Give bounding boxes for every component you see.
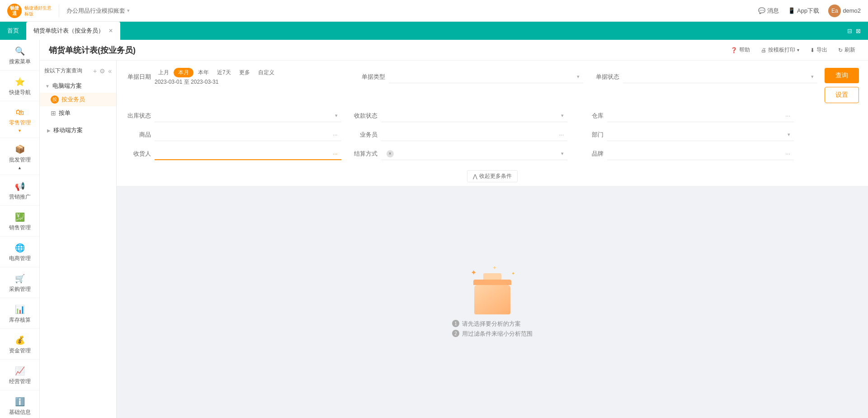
sidebar-operation-label: 经营管理 xyxy=(9,378,31,385)
dept-arrow-icon: ▾ xyxy=(788,132,790,138)
recipient-select[interactable]: ··· xyxy=(155,147,341,160)
collapse-panel-icon[interactable]: « xyxy=(108,67,112,75)
message-button[interactable]: 💬 消息 xyxy=(758,7,779,15)
warehouse-select[interactable]: ··· xyxy=(607,109,794,122)
sidebar-item-shortcut[interactable]: ⭐ 快捷导航 xyxy=(0,71,39,101)
brand-select[interactable]: ··· xyxy=(607,147,794,160)
wholesale-icon: 📦 xyxy=(15,144,25,154)
sidebar-item-basic[interactable]: ℹ️ 基础信息 xyxy=(0,390,39,418)
print-icon: 🖨 xyxy=(761,47,766,53)
export-icon: ⬇ xyxy=(810,47,815,53)
settings-button[interactable]: 设置 xyxy=(825,87,859,103)
date-btn-custom[interactable]: 自定义 xyxy=(255,68,278,77)
sidebar-sales-label: 销售管理 xyxy=(9,224,31,232)
receipt-status-filter: 收款状态 ▾ xyxy=(352,109,568,122)
add-scheme-icon[interactable]: + xyxy=(93,67,97,75)
receipt-status-select[interactable]: ▾ xyxy=(381,109,568,122)
topbar: 畅捷通 畅捷通好生意 标版 办公用品行业模拟账套 ▾ 💬 消息 📱 App下载 … xyxy=(0,0,868,22)
salesperson-scheme-icon: 按 xyxy=(51,95,59,104)
empty-hints: 1 请先选择要分析的方案 2 用过滤条件来缩小分析范围 xyxy=(452,320,533,340)
topbar-right: 💬 消息 📱 App下载 Ea demo2 xyxy=(758,5,861,17)
sidebar-marketing-label: 营销推广 xyxy=(9,193,31,201)
help-icon: ❓ xyxy=(731,47,737,53)
tree-parent-mobile-label: 移动端方案 xyxy=(53,126,83,134)
filter-row-4: 收货人 ··· 结算方式 × ▾ xyxy=(126,147,859,160)
settlement-label: 结算方式 xyxy=(352,150,377,158)
ecommerce-icon: 🌐 xyxy=(15,243,25,253)
user-avatar-area[interactable]: Ea demo2 xyxy=(828,5,861,17)
out-status-select[interactable]: ▾ xyxy=(155,109,341,122)
order-icon: ⊞ xyxy=(51,109,56,117)
hint-num-1: 1 xyxy=(452,320,459,327)
warehouse-filter: 仓库 ··· xyxy=(578,109,794,122)
tree-parent-desktop[interactable]: ▼ 电脑端方案 xyxy=(40,79,116,93)
date-btn-this-year[interactable]: 本年 xyxy=(194,68,212,77)
date-btn-7days[interactable]: 近7天 xyxy=(213,68,235,77)
sidebar: 🔍 搜索菜单 ⭐ 快捷导航 🛍 零售管理 ▼ 📦 批发管理 ▲ 📢 营销推广 💹… xyxy=(0,40,40,418)
box-lid xyxy=(473,280,511,285)
export-button[interactable]: ⬇ 导出 xyxy=(807,44,831,56)
sidebar-item-inventory[interactable]: 📊 库存核算 xyxy=(0,298,39,329)
dept-select[interactable]: ▾ xyxy=(607,128,794,141)
date-btn-this-month[interactable]: 本月 xyxy=(174,68,193,77)
tab-home-label: 首页 xyxy=(7,27,19,35)
sidebar-item-sales[interactable]: 💹 销售管理 xyxy=(0,206,39,237)
goods-select[interactable]: ··· xyxy=(155,128,341,141)
tab-sales-stats[interactable]: 销货单统计表（按业务员） ✕ xyxy=(26,22,120,40)
topbar-title[interactable]: 办公用品行业模拟账套 ▾ xyxy=(66,7,130,15)
empty-state: ✦ ✦ ✦ 1 请先选择要分析的方案 2 用过滤条件来缩小分析范围 xyxy=(117,186,868,418)
sidebar-item-wholesale[interactable]: 📦 批发管理 ▲ xyxy=(0,138,39,175)
maximize-icon[interactable]: ⊠ xyxy=(856,28,861,34)
topbar-dropdown-icon[interactable]: ▾ xyxy=(127,8,130,14)
refresh-icon: ↻ xyxy=(838,47,843,53)
sidebar-item-finance[interactable]: 💰 资金管理 xyxy=(0,329,39,360)
sidebar-finance-label: 资金管理 xyxy=(9,347,31,355)
receipt-status-label: 收款状态 xyxy=(352,112,377,120)
query-button[interactable]: 查询 xyxy=(825,68,859,83)
date-btn-last-month[interactable]: 上月 xyxy=(155,68,173,77)
tab-home[interactable]: 首页 xyxy=(0,22,26,40)
minimize-icon[interactable]: ⊟ xyxy=(847,28,852,34)
page-actions: ❓ 帮助 🖨 按模板打印 ▾ ⬇ 导出 ↻ 刷新 xyxy=(727,44,859,56)
purchase-icon: 🛒 xyxy=(15,274,25,284)
sidebar-item-marketing[interactable]: 📢 营销推广 xyxy=(0,175,39,206)
sidebar-item-purchase[interactable]: 🛒 采购管理 xyxy=(0,267,39,298)
settlement-select[interactable]: × ▾ xyxy=(381,147,568,160)
out-status-filter: 出库状态 ▾ xyxy=(126,109,341,122)
scheme-settings-icon[interactable]: ⚙ xyxy=(99,67,105,75)
sidebar-item-operation[interactable]: 📈 经营管理 xyxy=(0,360,39,390)
sidebar-item-ecommerce[interactable]: 🌐 电商管理 xyxy=(0,237,39,267)
sidebar-item-retail[interactable]: 🛍 零售管理 ▼ xyxy=(0,101,39,138)
salesperson-select[interactable]: ··· xyxy=(381,128,568,141)
date-range-text: 2023-03-01 至 2023-03-31 xyxy=(155,78,349,86)
doc-type-filter: 单据类型 ▾ xyxy=(360,68,583,86)
sales-icon: 💹 xyxy=(15,212,25,222)
refresh-button[interactable]: ↻ 刷新 xyxy=(835,44,859,56)
sidebar-ecommerce-label: 电商管理 xyxy=(9,255,31,262)
tree-child-by-order[interactable]: ⊞ 按单 xyxy=(40,106,116,120)
tree-parent-mobile[interactable]: ▶ 移动端方案 xyxy=(40,124,116,137)
doc-type-select[interactable]: ▾ xyxy=(389,71,583,83)
mobile-icon: 📱 xyxy=(788,7,795,14)
date-btn-more[interactable]: 更多 xyxy=(236,68,254,77)
collapse-button[interactable]: ⋀ 收起更多条件 xyxy=(467,170,518,182)
salesperson-label: 业务员 xyxy=(352,131,377,139)
shortcut-icon: ⭐ xyxy=(15,77,25,87)
retail-icon: 🛍 xyxy=(16,108,24,117)
message-icon: 💬 xyxy=(758,7,765,14)
warehouse-ellipsis: ··· xyxy=(785,112,790,119)
settlement-clear-icon[interactable]: × xyxy=(387,150,394,157)
tab-close-icon[interactable]: ✕ xyxy=(108,28,113,34)
goods-filter: 商品 ··· xyxy=(126,128,341,141)
inventory-icon: 📊 xyxy=(15,304,25,314)
doc-status-select[interactable]: ▾ xyxy=(623,71,817,83)
topbar-left: 畅捷通 畅捷通好生意 标版 办公用品行业模拟账套 ▾ xyxy=(7,4,130,18)
app-download-button[interactable]: 📱 App下载 xyxy=(788,7,819,15)
collapse-up-icon: ⋀ xyxy=(473,173,477,180)
print-button[interactable]: 🖨 按模板打印 ▾ xyxy=(757,44,803,56)
sidebar-item-search[interactable]: 🔍 搜索菜单 xyxy=(0,40,39,71)
settlement-filter: 结算方式 × ▾ xyxy=(352,147,568,160)
tree-child-by-salesperson[interactable]: 按 按业务员 xyxy=(40,93,116,106)
marketing-icon: 📢 xyxy=(15,181,25,191)
help-button[interactable]: ❓ 帮助 xyxy=(727,44,754,56)
